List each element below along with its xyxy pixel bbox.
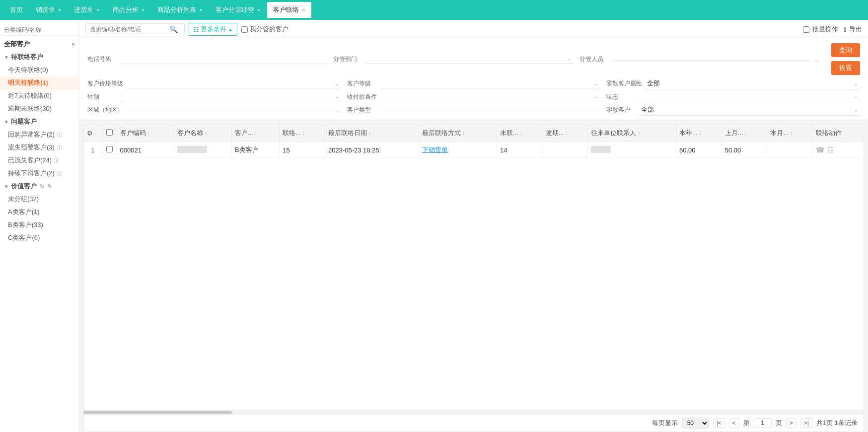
th-overdue[interactable]: 逾期... ↕ [542,125,588,142]
setting-button[interactable]: 设置 [831,61,860,75]
sidebar-item-churned[interactable]: 已流失客户(24) ⓘ [0,154,79,167]
customer-type-input[interactable] [380,109,601,111]
nav-customer-layered[interactable]: 客户分层经营 × [210,2,266,18]
search-icon[interactable]: 🔍 [169,25,178,33]
page-size-select[interactable]: 50 100 200 [682,418,709,429]
settings-icon[interactable]: ⚙ [87,130,93,137]
sidebar-search-input[interactable] [4,26,78,33]
sidebar-item-overdue-pending[interactable]: 逾期未联络(30) [0,102,79,115]
sidebar-item-declining[interactable]: 持续下滑客户(2) ⓘ [0,167,79,180]
last-contact-method-cell[interactable]: 下销货单 [419,142,497,158]
filter-actions: 查询 设置 [825,43,860,75]
nav-close-customer-contact[interactable]: × [302,7,305,13]
customer-name-cell [174,142,232,158]
nav-customer-contact[interactable]: 客户联络 × [267,2,311,18]
nav-close-customer-layered[interactable]: × [257,7,260,13]
filter-panel: 电话号码 分管部门 ⌄ 分管人员 … 查询 设置 [79,39,868,120]
sidebar-item-churn-warning[interactable]: 流失预警客户(3) ⓘ [0,141,79,154]
export-btn[interactable]: ⇧ 导出 [842,25,862,34]
problem-group-header[interactable]: ▼ 问题客户 [0,115,79,128]
manager-more[interactable]: … [813,56,819,63]
nav-close-product-analysis-list[interactable]: × [199,7,202,13]
first-page-btn[interactable]: |< [713,418,725,428]
customer-level-select[interactable]: ⌄ [380,79,601,88]
page-num-input[interactable] [754,418,772,428]
pending-group-header[interactable]: ▼ 待联络客户 [0,51,79,64]
value-group-header[interactable]: ▼ 价值客户 ↻ ✎ [0,180,79,193]
last-page-btn[interactable]: >| [800,418,812,428]
filter-payment: 收付款条件 ⌄ [347,92,601,101]
gender-arrow: ⌄ [335,93,339,100]
my-customers-check[interactable] [241,26,248,33]
this-year-cell: 50.00 [676,142,722,158]
value-edit-icon[interactable]: ✎ [47,183,52,190]
th-customer-code[interactable]: 客户编码 ↕ [117,125,174,142]
filter-retail-customer: 零散客户 全部 ⌄ [606,104,860,116]
th-settings[interactable]: ⚙ [84,125,102,142]
payment-select[interactable]: ⌄ [380,92,601,101]
th-this-year[interactable]: 本年... ↕ [676,125,722,142]
sidebar-item-a-class[interactable]: A类客户(1) [0,206,79,218]
nav-product-analysis[interactable]: 商品分析 × [107,2,150,18]
nav-close-product-analysis[interactable]: × [142,7,145,13]
region-more[interactable]: … [335,107,341,114]
sidebar-item-repurchase-abnormal[interactable]: 回购异常客户(2) ⓘ [0,128,79,141]
uncontacted-cell: 14 [497,142,543,158]
select-all-checkbox[interactable] [106,129,113,136]
sidebar-item-7day-pending[interactable]: 近7天待联络(0) [0,89,79,102]
more-conditions-btn[interactable]: ☷ 更多条件 ▲ [189,23,237,36]
nav-product-analysis-list[interactable]: 商品分析列表 × [151,2,208,18]
sort-icon-code: ↕ [147,131,150,136]
next-page-btn[interactable]: > [786,418,796,428]
th-customer-name[interactable]: 客户名称 ↕ [174,125,232,142]
filter-customer-type: 客户类型 [347,106,601,114]
th-contact-person[interactable]: 往来单位联系人 ↕ [588,125,676,142]
th-contact-count[interactable]: 联络... ↕ [280,125,325,142]
horizontal-scrollbar[interactable] [83,411,864,415]
sort-icon-method: ↕ [462,131,465,136]
price-level-select[interactable]: ⌄ [126,79,341,88]
sidebar-item-b-class[interactable]: B类客户(33) [0,218,79,231]
th-last-contact-date[interactable]: 最后联络日期 ↕ [325,125,419,142]
th-this-month[interactable]: 本月... ↕ [767,125,813,142]
query-button[interactable]: 查询 [831,43,860,57]
dept-select[interactable]: ⌄ [366,55,573,64]
nav-sales-order[interactable]: 销货单 × [30,2,67,18]
row-checkbox[interactable] [106,146,113,152]
th-customer-type[interactable]: 客户... ↕ [232,125,280,142]
sidebar-item-c-class[interactable]: C类客户(6) [0,231,79,244]
price-level-arrow: ⌄ [335,80,339,87]
nav-home[interactable]: 首页 [4,2,29,18]
nav-purchase-order[interactable]: 进货单 × [68,2,105,18]
table-row: 1 000021 B类客户 15 2023-05-23 18:25: 下销货单 [84,142,864,158]
phone-input[interactable] [120,55,327,64]
action-phone-icon[interactable]: ☎ [816,146,824,154]
status-select[interactable]: ⌄ [639,92,860,101]
th-uncontacted[interactable]: 未联... ↕ [497,125,543,142]
scrollbar-thumb[interactable] [83,411,232,414]
batch-op-btn[interactable]: 批量操作 [803,25,838,34]
sidebar-item-ungrouped[interactable]: 未分组(32) [0,193,79,206]
nav-close-purchase-order[interactable]: × [96,7,99,13]
filter-phone: 电话号码 [87,55,327,64]
th-last-contact-method[interactable]: 最后联络方式 ↕ [419,125,497,142]
batch-checkbox[interactable] [803,26,809,33]
data-table: ⚙ 客户编码 ↕ 客户名称 [83,124,864,411]
gender-select[interactable]: ⌄ [120,92,341,101]
all-customers-header[interactable]: 全部客户 « [0,38,79,51]
th-last-month[interactable]: 上月... ↕ [722,125,767,142]
retail-customer-select[interactable]: 全部 ⌄ [639,104,860,116]
manager-input[interactable] [612,58,810,61]
sidebar-item-tomorrow-pending[interactable]: 明天待联络(1) [0,76,79,89]
sort-icon-person: ↕ [638,131,640,136]
region-input[interactable] [126,109,332,111]
search-input[interactable] [90,26,169,33]
sidebar-item-today-pending[interactable]: 今天待联络(0) [0,64,79,76]
value-refresh-icon[interactable]: ↻ [40,183,44,190]
triangle-icon: ▼ [4,55,9,60]
retail-attr-select[interactable]: 全部 ⌄ [645,78,860,89]
action-grid-icon[interactable]: ☷ [827,146,834,154]
my-customers-checkbox[interactable]: 我分管的客户 [241,25,289,34]
prev-page-btn[interactable]: < [729,418,739,428]
nav-close-sales-order[interactable]: × [58,7,61,13]
